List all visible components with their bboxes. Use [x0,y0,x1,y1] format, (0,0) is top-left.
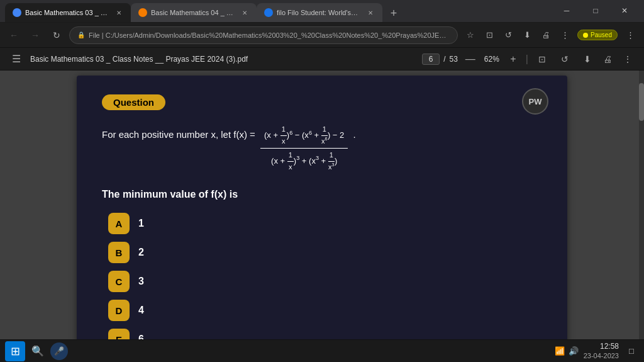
hamburger-menu-button[interactable]: ☰ [8,50,25,68]
option-label-c: C [116,276,123,287]
pdf-scrollbar[interactable] [639,71,644,339]
pdf-title: Basic Mathematics 03 _ Class Notes __ Pr… [30,55,417,64]
start-button[interactable]: ⊞ [5,341,25,361]
numerator-content: (x + 1x)6 − (x6 + 1x6) − 2 [264,130,344,140]
option-value-d: 4 [138,305,144,316]
option-label-d: D [116,305,123,316]
page-total: 53 [449,55,457,64]
cortana-taskbar-button[interactable]: 🎤 [50,342,68,360]
tab-favicon-1 [13,8,21,17]
tab-basic-math-03[interactable]: Basic Mathematics 03 _ Class No ✕ [5,3,131,22]
more-button[interactable]: ⋮ [556,26,574,44]
option-badge-e[interactable]: E [108,329,130,339]
system-clock[interactable]: 12:58 23-04-2023 [584,342,619,361]
download-pdf-button[interactable]: ⬇ [579,50,596,68]
page-navigation: / 53 [422,54,458,65]
more-pdf-button[interactable]: ⋮ [619,50,636,68]
tab-basic-math-04[interactable]: Basic Mathematics 04 _ Class No ✕ [131,3,257,22]
taskbar-right: 📶 🔊 12:58 23-04-2023 □ [555,342,639,361]
pdf-page: PW Question For each positive number x, … [77,76,567,339]
option-badge-d[interactable]: D [108,300,130,321]
question-formula: (x + 1x)6 − (x6 + 1x6) − 2 (x + 1x)3 + (… [260,123,348,174]
zoom-out-button[interactable]: — [463,52,478,67]
clock-time: 12:58 [584,342,619,352]
option-value-a: 1 [138,218,144,229]
page-number-input[interactable] [422,54,440,65]
new-tab-button[interactable]: + [385,4,402,22]
option-row-c: C 3 [108,271,542,292]
paused-dot [583,33,588,38]
window-controls: ─ □ ✕ [552,0,639,22]
notification-button[interactable]: □ [624,343,639,358]
pdf-toolbar: ☰ Basic Mathematics 03 _ Class Notes __ … [0,48,644,71]
rotate-button[interactable]: ↺ [556,50,574,68]
question-label: Question [102,94,165,110]
tab-close-1[interactable]: ✕ [114,8,123,17]
tab-label-1: Basic Mathematics 03 _ Class No [25,9,108,16]
pw-badge-text: PW [529,97,542,106]
print-button[interactable]: 🖨 [537,26,555,44]
browser-window: Basic Mathematics 03 _ Class No ✕ Basic … [0,0,644,362]
fit-page-button[interactable]: ⊡ [533,50,551,68]
option-row-a: A 1 [108,213,542,234]
close-button[interactable]: ✕ [610,0,639,22]
search-taskbar-button[interactable]: 🔍 [28,341,48,361]
tab-favicon-2 [138,8,147,17]
formula-denominator: (x + 1x)3 + (x3 + 1x3) [267,149,341,174]
tab-close-3[interactable]: ✕ [366,8,375,17]
tab-filo[interactable]: filo Filo Student: World's Only Live le … [257,3,382,22]
options-list: A 1 B 2 C 3 D [102,213,542,339]
download-button[interactable]: ⬇ [518,26,536,44]
extensions-button[interactable]: ⋮ [621,26,639,44]
min-value-text: The minimum value of f(x) is [102,189,542,200]
tab-label-3: filo Filo Student: World's Only Live le [277,9,360,16]
refresh-button[interactable]: ↻ [48,26,65,44]
tab-bar: Basic Mathematics 03 _ Class No ✕ Basic … [0,0,644,23]
toolbar-separator: | [526,54,528,65]
pw-badge: PW [522,88,548,115]
maximize-button[interactable]: □ [581,0,610,22]
system-tray: 📶 🔊 [555,346,579,356]
zoom-in-button[interactable]: + [506,52,521,67]
question-body: For each positive number x, let f(x) = (… [102,123,542,174]
history-button[interactable]: ↺ [499,26,517,44]
forward-button[interactable]: → [26,26,44,44]
pdf-scrollbar-thumb[interactable] [639,83,644,121]
lock-icon: 🔒 [77,31,85,38]
paused-badge: Paused [577,30,618,40]
print-pdf-button[interactable]: 🖨 [599,50,616,68]
tab-search-button[interactable]: ⊡ [480,26,498,44]
option-label-b: B [116,247,123,258]
option-label-a: A [116,218,123,229]
address-input[interactable]: 🔒 File | C:/Users/Admin/Downloads/Basic%… [69,26,458,44]
option-row-b: B 2 [108,242,542,263]
zoom-value: 62% [480,55,503,64]
url-text: File | C:/Users/Admin/Downloads/Basic%20… [89,31,450,39]
bookmark-star-button[interactable]: ☆ [462,26,479,44]
clock-date: 23-04-2023 [584,351,619,360]
tab-label-2: Basic Mathematics 04 _ Class No [151,9,234,16]
tab-close-2[interactable]: ✕ [240,8,249,17]
network-tray-icon[interactable]: 📶 [555,346,565,356]
option-value-b: 2 [138,247,144,258]
option-row-d: D 4 [108,300,542,321]
taskbar: ⊞ 🔍 🎤 📶 🔊 12:58 23-04-2023 □ [0,339,644,362]
formula-numerator: (x + 1x)6 − (x6 + 1x6) − 2 [260,123,348,149]
back-button[interactable]: ← [5,26,23,44]
address-actions: ☆ ⊡ ↺ ⬇ 🖨 ⋮ [462,26,574,44]
address-bar: ← → ↻ 🔒 File | C:/Users/Admin/Downloads/… [0,23,644,48]
option-value-e: 6 [138,334,144,339]
option-badge-c[interactable]: C [108,271,130,292]
pdf-content-area: PW Question For each positive number x, … [0,71,644,339]
volume-tray-icon[interactable]: 🔊 [569,346,579,356]
paused-label: Paused [591,31,612,38]
option-value-c: 3 [138,276,144,287]
tab-favicon-3 [264,8,273,17]
option-badge-b[interactable]: B [108,242,130,263]
minimize-button[interactable]: ─ [552,0,581,22]
question-prefix-text: For each positive number x, let f(x) = [102,129,255,140]
option-label-e: E [116,334,122,339]
page-separator: / [443,55,445,64]
zoom-controls: — 62% + [463,52,521,67]
option-badge-a[interactable]: A [108,213,130,234]
